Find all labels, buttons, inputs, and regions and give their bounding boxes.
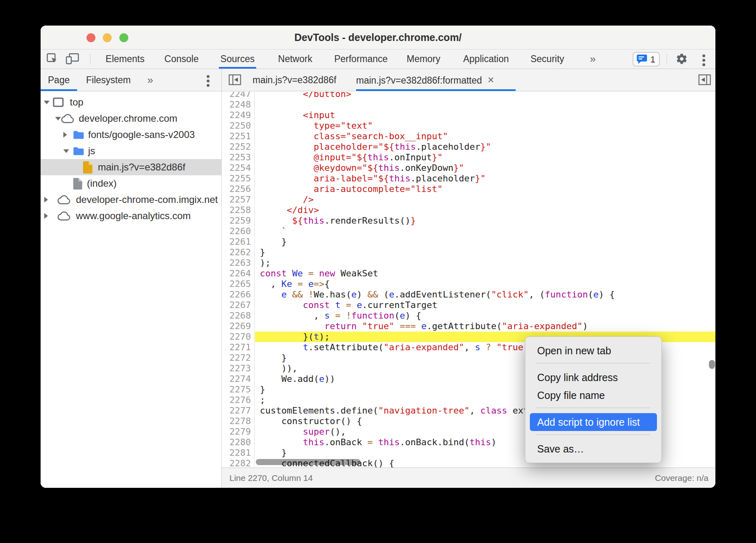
vertical-scrollbar-thumb[interactable] [709,360,715,369]
code-line-2258[interactable]: </div> [255,205,715,215]
panel-tab-performance[interactable]: Performance [334,50,388,69]
code-line-2269[interactable]: return "true" === e.getAttribute("aria-e… [255,321,715,332]
code-line-2254[interactable]: @keydown="${this.onKeyDown}" [255,163,715,173]
tree-item-developer-chrome-com-imgix-net[interactable]: developer-chrome-com.imgix.net [41,192,221,208]
line-number[interactable]: 2267 [222,300,254,310]
code-line-2263[interactable]: ); [255,258,715,268]
tree-item-top[interactable]: top [41,94,221,110]
tree-item-js[interactable]: js [41,143,221,159]
line-number[interactable]: 2276 [222,395,254,405]
code-line-2252[interactable]: placeholder="${this.placeholder}" [255,142,715,152]
line-number[interactable]: 2271 [222,342,254,353]
code-line-2260[interactable]: ` [255,226,715,237]
line-number[interactable]: 2265 [222,279,254,289]
line-number[interactable]: 2274 [222,374,254,384]
line-number[interactable]: 2273 [222,363,254,374]
horizontal-scrollbar-thumb[interactable] [256,459,361,465]
line-number[interactable]: 2263 [222,258,254,268]
show-right-drawer-icon[interactable] [698,73,711,86]
line-number[interactable]: 2249 [222,110,254,121]
tree-collapsed-arrow-icon[interactable] [63,132,67,138]
collapse-left-panel-icon[interactable] [229,73,241,86]
code-line-2257[interactable]: /> [255,194,715,205]
code-line-2268[interactable]: , s = !function(e) { [255,310,715,321]
tree-collapsed-arrow-icon[interactable] [44,197,48,203]
code-line-2256[interactable]: aria-autocomplete="list" [255,184,715,194]
code-line-2266[interactable]: e && !We.has(e) && (e.addEventListener("… [255,289,715,300]
editor-tab-main-js[interactable]: main.js?v=e382d86f [253,69,337,91]
line-number[interactable]: 2260 [222,226,254,237]
code-line-2253[interactable]: @input="${this.onInput}" [255,152,715,163]
line-number[interactable]: 2281 [222,448,254,458]
panel-tab-network[interactable]: Network [278,50,312,69]
sidebar-tab-page[interactable]: Page [48,69,70,91]
tree-expanded-arrow-icon[interactable] [44,101,50,104]
tree-item-developer-chrome-com[interactable]: developer.chrome.com [41,110,221,127]
line-number[interactable]: 2248 [222,99,254,110]
line-number[interactable]: 2257 [222,194,254,205]
line-number[interactable]: 2259 [222,215,254,226]
menu-item-add-script-to-ignore-list[interactable]: Add script to ignore list [530,413,657,431]
editor-tab-main-js-formatted[interactable]: main.js?v=e382d86f:formatted× [356,69,494,91]
line-number[interactable]: 2250 [222,121,254,131]
menu-item-copy-link-address[interactable]: Copy link address [530,368,657,386]
close-tab-icon[interactable]: × [488,74,494,86]
menu-item-save-as-[interactable]: Save as… [530,440,657,458]
line-number[interactable]: 2268 [222,310,254,321]
line-number[interactable]: 2254 [222,163,254,173]
tree-item--index-[interactable]: (index) [41,175,221,192]
code-line-2251[interactable]: class="search-box__input" [255,131,715,142]
line-number[interactable]: 2270 [222,332,254,342]
line-number[interactable]: 2251 [222,131,254,142]
line-number[interactable]: 2280 [222,437,254,448]
tree-expanded-arrow-icon[interactable] [55,117,61,121]
line-number[interactable]: 2262 [222,247,254,258]
line-number[interactable]: 2279 [222,427,254,437]
line-number[interactable]: 2277 [222,405,254,416]
device-toolbar-icon[interactable] [66,53,80,65]
code-line-2255[interactable]: aria-label="${this.placeholder}" [255,173,715,184]
line-number[interactable]: 2256 [222,184,254,194]
tree-item-main-js-v-e382d86f[interactable]: main.js?v=e382d86f [41,159,221,175]
settings-gear-icon[interactable] [676,53,688,65]
line-number[interactable]: 2282 [222,458,254,468]
panel-tab-console[interactable]: Console [164,50,199,69]
code-line-2248[interactable] [255,99,715,110]
panel-tab-elements[interactable]: Elements [106,50,145,69]
code-line-2250[interactable]: type="text" [255,121,715,131]
line-number[interactable]: 2264 [222,268,254,279]
panel-tab-security[interactable]: Security [530,50,564,69]
line-number[interactable]: 2266 [222,289,254,300]
code-line-2247[interactable]: </button> [255,92,715,99]
line-number[interactable]: 2252 [222,142,254,152]
menu-item-open-in-new-tab[interactable]: Open in new tab [530,342,657,360]
inspect-icon[interactable] [47,53,58,64]
code-line-2259[interactable]: ${this.renderResults()} [255,215,715,226]
line-number[interactable]: 2275 [222,384,254,395]
tree-item-www-google-analytics-com[interactable]: www.google-analytics.com [41,208,221,224]
line-number[interactable]: 2247 [222,92,254,99]
line-number[interactable]: 2269 [222,321,254,332]
tree-item-fonts-google-sans-v2003[interactable]: fonts/google-sans-v2003 [41,127,221,143]
line-number[interactable]: 2255 [222,173,254,184]
line-number[interactable]: 2253 [222,152,254,163]
code-line-2265[interactable]: , Ke = e=>{ [255,279,715,289]
sidebar-more-tabs-icon[interactable]: » [147,69,153,91]
panel-tab-memory[interactable]: Memory [406,50,440,69]
issues-badge[interactable]: 1 [633,52,660,67]
sidebar-tab-filesystem[interactable]: Filesystem [86,69,131,91]
more-panels-icon[interactable]: » [590,50,596,69]
line-number[interactable]: 2278 [222,416,254,427]
tree-expanded-arrow-icon[interactable] [63,149,69,153]
line-number[interactable]: 2258 [222,205,254,215]
line-number[interactable]: 2261 [222,237,254,247]
line-number[interactable]: 2272 [222,353,254,363]
code-line-2249[interactable]: <input [255,110,715,121]
code-line-2261[interactable]: } [255,237,715,247]
code-line-2262[interactable]: } [255,247,715,258]
panel-tab-application[interactable]: Application [463,50,509,69]
code-line-2264[interactable]: const We = new WeakSet [255,268,715,279]
panel-tab-sources[interactable]: Sources [220,50,255,69]
code-line-2267[interactable]: const t = e.currentTarget [255,300,715,310]
tree-collapsed-arrow-icon[interactable] [44,213,48,219]
